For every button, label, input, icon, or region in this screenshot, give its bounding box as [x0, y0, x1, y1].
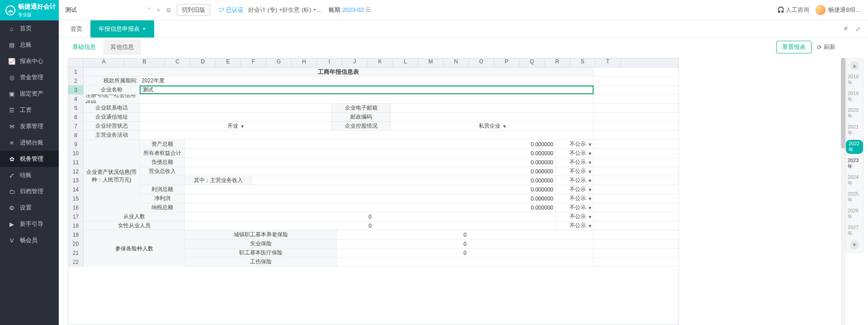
lock-icon: ⑇	[8, 172, 15, 179]
refresh-button[interactable]: ⟳刷新	[817, 43, 835, 51]
sidebar-item-funds[interactable]: ◎资金管理	[0, 69, 59, 86]
row-16[interactable]: 16纳税总额0.000000不公示	[68, 203, 679, 212]
row-14[interactable]: 14利润总额0.000000不公示	[68, 185, 679, 194]
row-17[interactable]: 17从业人数0不公示	[68, 212, 679, 221]
avatar	[816, 5, 826, 15]
business-status-select: 开业	[140, 122, 331, 130]
sidebar-item-home[interactable]: ⌂首页	[0, 20, 59, 37]
chart-icon: 📈	[8, 57, 15, 65]
year-2026[interactable]: 2026年	[846, 207, 863, 221]
tab-home[interactable]: 首页	[62, 20, 90, 38]
row-3[interactable]: 3企业名称测试	[68, 86, 679, 95]
cell-company-name: 测试	[140, 86, 594, 94]
asset-icon: ▣	[8, 90, 15, 97]
chevron-down-icon: ˅	[148, 7, 151, 14]
subtab-row: 基础信息 其他信息 重置报表 ⟳刷新	[59, 38, 842, 57]
sidebar-item-vip[interactable]: V畅会员	[0, 232, 59, 249]
column-headers: ABCDEFGHIJKLMNOPQRST	[68, 58, 679, 67]
brand-edition: 专业版	[18, 12, 56, 18]
subtab-other[interactable]: 其他信息	[103, 39, 141, 55]
headset-icon: 🎧	[777, 6, 784, 13]
year-2019[interactable]: 2019年	[846, 90, 863, 104]
scrollbar[interactable]	[841, 58, 845, 325]
close-tab-icon[interactable]: ×	[142, 25, 146, 32]
row-2[interactable]: 2税款所属期间:2022年度	[68, 76, 679, 86]
settings-button[interactable]: ⚙	[166, 7, 171, 14]
row-6[interactable]: 6企业通信地址邮政编码	[68, 113, 679, 122]
shield-icon: 🛡	[218, 7, 224, 14]
salary-icon: ☰	[8, 106, 15, 114]
row-12[interactable]: 12营业总收入0.000000不公示	[68, 167, 679, 176]
reset-button[interactable]: 重置报表	[776, 41, 811, 53]
year-2022[interactable]: 2022年	[846, 140, 863, 154]
sidebar-item-ledger[interactable]: ▤总账	[0, 37, 59, 53]
vip-icon: V	[8, 237, 15, 244]
sidebar-item-reports[interactable]: 📈报表中心	[0, 53, 59, 69]
row-5[interactable]: 5企业联系电话企业电子邮箱	[68, 104, 679, 113]
user-menu[interactable]: 畅捷通B组…	[816, 5, 862, 15]
year-2020[interactable]: 2020年	[846, 106, 863, 120]
sidebar: ☁ 畅捷通好会计 专业版 ⌂首页 ▤总账 📈报表中心 ◎资金管理 ▣固定资产 ☰…	[0, 0, 59, 325]
pub-select: 不公示	[556, 140, 594, 148]
year-2027[interactable]: 2027年	[846, 224, 863, 238]
close-all-button[interactable]: ×	[840, 24, 852, 33]
refresh-icon: ⟳	[817, 44, 822, 51]
row-18[interactable]: 18女性从业人员0不公示	[68, 221, 679, 230]
insurance-group-label: 参保各险种人数	[84, 230, 185, 267]
row-15[interactable]: 15净利润0.000000不公示	[68, 194, 679, 203]
certified-badge: 🛡已认证	[218, 6, 244, 14]
tab-annual-report[interactable]: 年报信息申报表×	[90, 20, 154, 38]
sidebar-item-tax[interactable]: ✿税务管理	[0, 151, 59, 167]
tax-icon: ✿	[8, 155, 15, 162]
row-11[interactable]: 11负债总额0.000000不公示	[68, 158, 679, 167]
home-icon: ⌂	[8, 25, 15, 32]
sidebar-item-salary[interactable]: ☰工资	[0, 102, 59, 118]
tab-row: 首页 年报信息申报表× × ⤢	[59, 20, 868, 38]
subtab-basic[interactable]: 基础信息	[65, 39, 103, 55]
sidebar-item-assets[interactable]: ▣固定资产	[0, 86, 59, 102]
brand-logo: ☁ 畅捷通好会计 专业版	[0, 0, 59, 20]
ledger-icon: ▤	[8, 41, 15, 48]
cloud-icon: ☁	[5, 5, 15, 15]
add-button[interactable]: ＋	[156, 6, 161, 14]
asset-group-label: 企业资产状况信息(币种：人民币万元)	[84, 140, 140, 212]
year-2023[interactable]: 2023年	[846, 157, 863, 171]
row-9[interactable]: 9资产总额0.000000不公示	[68, 140, 679, 149]
switch-old-button[interactable]: 切到旧版	[177, 4, 210, 16]
sidebar-item-archive[interactable]: 🗀归档管理	[0, 183, 59, 200]
sidebar-item-close[interactable]: ⑇结账	[0, 167, 59, 183]
sidebar-item-inventory[interactable]: ≡进销台账	[0, 134, 59, 151]
money-icon: ◎	[8, 74, 15, 81]
fullscreen-button[interactable]: ⤢	[852, 25, 864, 33]
sidebar-item-invoice[interactable]: ✉发票管理	[0, 118, 59, 134]
invoice-icon: ✉	[8, 123, 15, 130]
gear-icon: ⚙	[8, 204, 15, 211]
archive-icon: 🗀	[8, 188, 15, 195]
row-13[interactable]: 13其中：主营业务收入0.000000不公示	[68, 176, 679, 185]
product-label: 好会计 (专) +好生意 (标) +…	[248, 6, 322, 14]
year-2025[interactable]: 2025年	[846, 190, 863, 204]
brand-name: 畅捷通好会计	[18, 3, 56, 11]
row-1[interactable]: 1工商年报信息表	[68, 67, 679, 76]
sidebar-item-settings[interactable]: ⚙设置	[0, 200, 59, 216]
topbar: 测试˅ ＋ ⚙ 切到旧版 🛡已认证 好会计 (专) +好生意 (标) +… 账期…	[59, 0, 868, 20]
year-down-button[interactable]: ▼	[850, 240, 859, 249]
service-button[interactable]: 🎧 人工咨询	[777, 6, 810, 14]
row-10[interactable]: 10所有者权益合计0.000000不公示	[68, 149, 679, 158]
year-bar: ▲ 2018年 2019年 2020年 2021年 2022年 2023年 20…	[845, 58, 863, 253]
sidebar-item-guide[interactable]: ▶新手引导	[0, 216, 59, 232]
year-2018[interactable]: 2018年	[846, 73, 863, 87]
row-8[interactable]: 8主营业务活动	[68, 131, 679, 140]
play-icon: ▶	[8, 220, 15, 228]
period-selector[interactable]: 账期2023-02 ☰	[329, 6, 371, 14]
year-2024[interactable]: 2024年	[846, 173, 863, 187]
company-selector[interactable]: 测试˅	[65, 6, 151, 14]
row-4[interactable]: 4注册号/统一社会信用代码	[68, 95, 679, 104]
spreadsheet[interactable]: ABCDEFGHIJKLMNOPQRST 1工商年报信息表 2税款所属期间:20…	[68, 58, 679, 325]
year-2021[interactable]: 2021年	[846, 123, 863, 137]
holding-select: 私营企业	[391, 122, 594, 130]
row-7[interactable]: 7企业经营状态开业企业控股情况私营企业	[68, 122, 679, 131]
inventory-icon: ≡	[8, 139, 15, 146]
year-up-button[interactable]: ▲	[850, 61, 859, 70]
